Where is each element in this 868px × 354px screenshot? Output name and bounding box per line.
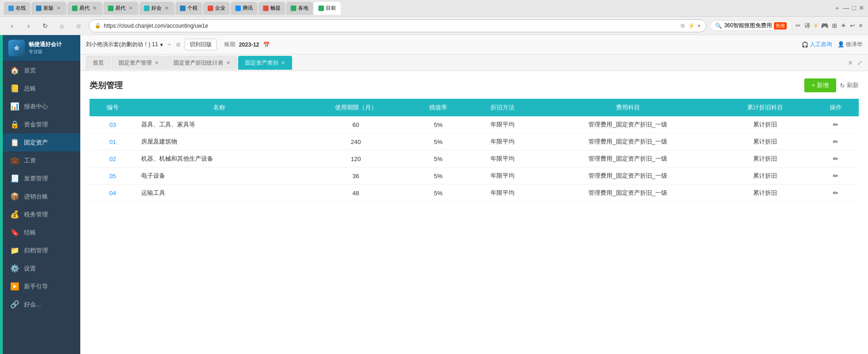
browser-tab-各地[interactable]: 各地 (286, 2, 313, 15)
edit-btn[interactable]: ✏ (813, 185, 859, 202)
period-value: 2023-12 (239, 42, 259, 48)
browser-tab-畅提[interactable]: 畅提 (258, 2, 285, 15)
row-accum: 累计折旧 (718, 150, 813, 168)
tab-favicon (291, 6, 296, 11)
user-info[interactable]: 刘小艳演示套(勿删勿动！) 11 ▾ (86, 41, 163, 48)
address-bar[interactable]: 🔒 https://cloud.chanjet.com/accounting/u… (89, 19, 706, 32)
edit-btn[interactable]: ✏ (813, 116, 859, 133)
dropdown-icon: ▾ (698, 23, 700, 29)
browser-tab-好会[interactable]: 好会✕ (139, 2, 174, 15)
sidebar-label-inventory: 进销台账 (24, 192, 48, 201)
category-table: 编号名称使用期限（月）残值率折旧方法费用科目累计折旧科目操作 03器具、工具、家… (90, 99, 859, 202)
sidebar-item-fixed-assets[interactable]: 📋 固定资产 (3, 133, 80, 151)
wallet-icon[interactable]: ¥ (814, 22, 817, 29)
history-icon[interactable]: ↩ (850, 22, 855, 29)
edit-btn[interactable]: ✏ (813, 168, 859, 185)
close-page-btn[interactable]: ✕ (848, 59, 853, 66)
sidebar-item-ledger[interactable]: 📒 总账 (3, 79, 80, 97)
sidebar-item-more[interactable]: 🔗 好会... (3, 295, 80, 313)
page-body: 类别管理 + 新增 ↻ 刷新 编号名称使用期限（月）残值率折旧方法费用科目累计折… (80, 71, 868, 354)
game-icon[interactable]: 🎮 (821, 22, 828, 29)
row-name: 电子设备 (136, 168, 302, 185)
edit-btn[interactable]: ✏ (813, 150, 859, 168)
tab-favicon (318, 6, 324, 11)
sidebar-item-salary[interactable]: 💼 工资 (3, 151, 80, 169)
browser-tab-腾讯[interactable]: 腾讯 (231, 2, 257, 15)
reload-btn[interactable]: ↻ (39, 19, 52, 32)
sidebar-item-checkout[interactable]: 🔖 结账 (3, 223, 80, 241)
row-id: 04 (90, 185, 136, 202)
new-tab-btn[interactable]: ＋ (834, 4, 840, 12)
refresh-button[interactable]: ↻ 刷新 (840, 81, 859, 90)
tab-label: 新版 (43, 5, 54, 12)
page-tab-close-icon[interactable]: ✕ (281, 60, 285, 66)
bookmark-btn[interactable]: ☆ (72, 19, 85, 32)
menu-icon[interactable]: ≡ (859, 22, 862, 29)
page-tab-固定资产类别[interactable]: 固定资产类别✕ (238, 56, 292, 70)
sidebar-item-funds[interactable]: 🔒 资金管理 (3, 115, 80, 133)
row-method: 年限平均 (467, 116, 538, 133)
page-tab-close-icon[interactable]: ✕ (155, 60, 159, 66)
row-expense: 管理费用_固定资产折旧_一级 (538, 116, 718, 133)
sidebar-label-funds: 资金管理 (24, 120, 48, 129)
sidebar-item-tax[interactable]: 💰 税务管理 (3, 205, 80, 223)
row-expense: 管理费用_固定资产折旧_一级 (538, 133, 718, 150)
tab-close-icon[interactable]: ✕ (91, 5, 98, 12)
settings-icon[interactable]: ⚙ (176, 42, 181, 48)
sidebar-label-report: 报表中心 (24, 102, 48, 111)
table-body: 03器具、工具、家具等605%年限平均管理费用_固定资产折旧_一级累计折旧✏01… (90, 116, 859, 202)
page-tab-首页[interactable]: 首页 (86, 56, 111, 70)
sidebar-label-fixed-assets: 固定资产 (24, 138, 48, 147)
row-id: 01 (90, 133, 136, 150)
edit-btn[interactable]: ✏ (813, 133, 859, 150)
row-expense: 管理费用_固定资产折旧_一级 (538, 185, 718, 202)
tab-label: 易代 (79, 5, 90, 12)
row-residual: 5% (409, 185, 467, 202)
translate-icon[interactable]: 译 (804, 22, 810, 30)
sidebar-item-settings[interactable]: ⚙️ 设置 (3, 259, 80, 277)
search-bar[interactable]: 🔍 360智能抠图免费用 热搜 (710, 20, 792, 31)
browser-tab-个税[interactable]: 个税 (175, 2, 202, 15)
scissors-icon[interactable]: ✂ (796, 22, 801, 29)
switch-version-btn[interactable]: 切到旧版 (185, 39, 217, 50)
home-btn[interactable]: ⌂ (55, 19, 68, 32)
add-account-btn[interactable]: ＋ (167, 41, 172, 48)
tab-close-icon[interactable]: ✕ (55, 5, 62, 12)
funds-icon: 🔒 (10, 120, 19, 129)
sidebar-item-report[interactable]: 📊 报表中心 (3, 97, 80, 115)
sidebar-item-invoice[interactable]: 🧾 发票管理 (3, 169, 80, 187)
row-expense: 管理费用_固定资产折旧_一级 (538, 168, 718, 185)
sidebar-item-guide[interactable]: ▶️ 新手引导 (3, 277, 80, 295)
row-months: 240 (303, 133, 409, 150)
browser-tab-目前[interactable]: 目前 (314, 2, 341, 15)
sidebar-item-inventory[interactable]: 📦 进销台账 (3, 187, 80, 205)
tab-close-icon[interactable]: ✕ (127, 5, 134, 12)
minimize-btn[interactable]: — (843, 4, 850, 12)
close-btn[interactable]: ✕ (859, 4, 864, 12)
expand-page-btn[interactable]: ⤢ (857, 59, 862, 66)
maximize-btn[interactable]: □ (852, 4, 856, 12)
address-text: https://cloud.chanjet.com/accounting/uw1… (104, 23, 677, 29)
browser-tab-在线[interactable]: 在线 (4, 2, 30, 15)
back-btn[interactable]: ‹ (6, 19, 18, 32)
browser-tab-企业[interactable]: 企业 (203, 2, 230, 15)
add-button[interactable]: + 新增 (804, 78, 836, 92)
service-btn[interactable]: 🎧 人工咨询 (802, 41, 832, 48)
tab-close-icon[interactable]: ✕ (163, 5, 170, 12)
guide-icon: ▶️ (10, 282, 19, 291)
page-tab-close-icon[interactable]: ✕ (226, 60, 230, 66)
brightness-icon[interactable]: ☀ (841, 22, 846, 29)
forward-btn[interactable]: › (22, 19, 35, 32)
sidebar-item-home[interactable]: 🏠 首页 (3, 61, 80, 79)
calendar-icon[interactable]: 📅 (263, 42, 270, 48)
browser-tab-易代[interactable]: 易代✕ (67, 2, 102, 15)
grid-icon[interactable]: ⊞ (832, 22, 837, 29)
page-tab-固定资产管理[interactable]: 固定资产管理✕ (112, 56, 166, 70)
browser-tab-新版[interactable]: 新版✕ (31, 2, 66, 15)
sidebar-label-archive: 归档管理 (24, 246, 48, 255)
page-tab-固定资产折旧统计表[interactable]: 固定资产折旧统计表✕ (167, 56, 237, 70)
sidebar-item-archive[interactable]: 📁 归档管理 (3, 241, 80, 259)
tab-favicon (36, 6, 42, 11)
browser-tab-易代[interactable]: 易代✕ (103, 2, 138, 15)
user-avatar[interactable]: 👤 徐泽华 (838, 41, 862, 48)
